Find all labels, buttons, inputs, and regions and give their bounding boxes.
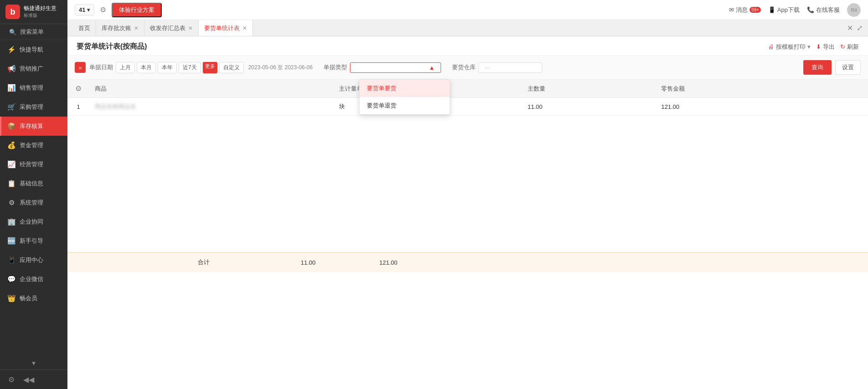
sidebar-item-baseinfo[interactable]: 📋 基础信息: [0, 174, 67, 193]
sidebar-item-label: 快捷导航: [20, 46, 43, 54]
app-name: 畅捷通好生意: [24, 5, 56, 12]
tab-order-stats-label: 要货单统计表: [204, 24, 240, 32]
doc-type-input[interactable]: [354, 64, 427, 71]
footer-label: 合计: [198, 258, 210, 266]
tab-batch-account[interactable]: 库存批次账 ✕: [96, 20, 144, 36]
message-icon: ✉: [729, 6, 734, 13]
sidebar-item-guide[interactable]: 🆕 新手引导: [0, 231, 67, 251]
topbar: 41 ▾ ⚙ 体验行业方案 ✉ 消息 99+ 📱 App下载 📞 在线客服 Ri…: [67, 0, 868, 20]
collapse-icon[interactable]: ◀◀: [23, 374, 35, 385]
sidebar-item-finance[interactable]: 💰 资金管理: [0, 136, 67, 155]
search-label: 搜索菜单: [20, 28, 44, 36]
sidebar-item-member[interactable]: 👑 畅会员: [0, 289, 67, 308]
close-window-btn[interactable]: ✕: [847, 24, 853, 32]
sidebar-item-label: 企业协同: [20, 218, 43, 226]
tab-batch-account-close[interactable]: ✕: [134, 25, 139, 31]
date-filter-group: 单据日期 上月 本月 本年 近7天 更多 自定义 2023-05-06 至 20…: [89, 62, 313, 73]
sidebar-search[interactable]: 🔍 搜索菜单: [0, 24, 67, 40]
tab-order-stats[interactable]: 要货单统计表 ✕: [199, 20, 253, 36]
table-header-row: ⚙ 商品 主计量单位 主数量 零售金额: [67, 80, 868, 98]
sidebar-item-label: 销售管理: [20, 84, 43, 92]
print-btn[interactable]: 🖨 按模板打印 ▾: [768, 43, 811, 51]
window-controls: ✕ ⤢: [847, 24, 863, 32]
message-label: 消息: [736, 6, 748, 14]
prev-month-btn[interactable]: 上月: [116, 62, 135, 73]
filter-expand-btn[interactable]: »: [75, 62, 86, 73]
inventory-icon: 📦: [7, 122, 16, 131]
column-settings-icon[interactable]: ⚙: [75, 85, 82, 92]
sidebar-item-wechat[interactable]: 💬 企业微信: [0, 270, 67, 289]
sidebar-item-quick-nav[interactable]: ⚡ 快捷导航: [0, 40, 67, 59]
filter-settings-btn[interactable]: 设置: [835, 60, 861, 75]
user-avatar[interactable]: Rit: [847, 3, 861, 17]
sidebar-item-appcenter[interactable]: 📱 应用中心: [0, 251, 67, 270]
doc-type-dropdown: 要货单要货 要货单退货: [359, 79, 450, 115]
sidebar-item-label: 营销推广: [20, 65, 43, 73]
page-content: 要货单统计表(按商品) 🖨 按模板打印 ▾ ⬇ 导出 ↻ 刷新: [67, 36, 868, 389]
sidebar-item-system[interactable]: ⚙ 系统管理: [0, 193, 67, 212]
store-selector[interactable]: 41 ▾: [75, 4, 94, 15]
sidebar-item-inventory[interactable]: 📦 库存核算: [0, 117, 67, 136]
download-icon: 📱: [768, 6, 776, 13]
tab-order-stats-close[interactable]: ✕: [242, 25, 247, 31]
export-btn[interactable]: ⬇ 导出: [816, 43, 835, 51]
system-icon: ⚙: [7, 198, 16, 207]
data-table-wrap: ⚙ 商品 主计量单位 主数量 零售金额 1 商品名称商品名: [67, 80, 868, 116]
message-badge: 99+: [750, 7, 761, 13]
this-month-btn[interactable]: 本月: [137, 62, 156, 73]
expand-window-btn[interactable]: ⤢: [857, 24, 863, 32]
warehouse-more-icon[interactable]: ···: [484, 64, 489, 71]
cell-amount: 121.00: [656, 98, 817, 116]
cell-qty: 11.00: [522, 98, 656, 116]
col-header-amount: 零售金额: [656, 80, 817, 98]
col-header-product: 商品: [89, 80, 334, 98]
trial-btn[interactable]: 体验行业方案: [112, 3, 162, 17]
sidebar-item-label: 库存核算: [20, 122, 43, 130]
sidebar-item-label: 应用中心: [20, 256, 43, 264]
dropdown-item-order-return[interactable]: 要货单退货: [360, 97, 450, 114]
message-btn[interactable]: ✉ 消息 99+: [729, 6, 761, 14]
doc-type-select[interactable]: ▲: [350, 62, 441, 73]
sidebar-item-marketing[interactable]: 📢 营销推广: [0, 59, 67, 78]
date-range-buttons: 上月 本月 本年 近7天 更多 自定义: [116, 62, 244, 73]
last-7-days-btn[interactable]: 近7天: [179, 62, 201, 73]
col-header-extra: [817, 80, 868, 98]
online-service-btn[interactable]: 📞 在线客服: [807, 6, 840, 14]
sidebar-scroll-down[interactable]: ▼: [0, 357, 67, 369]
app-download-btn[interactable]: 📱 App下载: [768, 6, 800, 14]
topbar-right: ✉ 消息 99+ 📱 App下载 📞 在线客服 Rit: [729, 3, 861, 17]
query-btn[interactable]: 查询: [803, 60, 832, 75]
footer-qty: 11.00: [301, 259, 316, 266]
refresh-label: 刷新: [847, 43, 859, 51]
sidebar-item-purchase[interactable]: 🛒 采购管理: [0, 97, 67, 117]
finance-icon: 💰: [7, 141, 16, 150]
app-sub: 标准版: [24, 12, 56, 19]
warehouse-input[interactable]: ···: [478, 62, 542, 73]
warehouse-filter: 要货仓库 ···: [452, 62, 542, 73]
page-title: 要货单统计表(按商品): [77, 42, 147, 51]
sidebar-item-enterprise[interactable]: 🏢 企业协同: [0, 212, 67, 231]
tab-collect-report[interactable]: 收发存汇总表 ✕: [144, 20, 199, 36]
topbar-gear-icon[interactable]: ⚙: [100, 5, 106, 14]
custom-date-btn[interactable]: 自定义: [219, 62, 244, 73]
search-icon: 🔍: [9, 29, 16, 36]
this-year-btn[interactable]: 本年: [158, 62, 177, 73]
settings-icon[interactable]: ⚙: [5, 374, 17, 385]
tab-home[interactable]: 首页: [73, 20, 96, 36]
sidebar-logo: b 畅捷通好生意 标准版: [0, 0, 67, 24]
quick-nav-icon: ⚡: [7, 45, 16, 54]
print-label: 按模板打印: [776, 43, 806, 51]
sidebar-item-label: 企业微信: [20, 275, 43, 283]
sidebar-item-sales[interactable]: 📊 销售管理: [0, 78, 67, 97]
more-dates-badge[interactable]: 更多: [203, 62, 217, 73]
appcenter-icon: 📱: [7, 256, 16, 265]
guide-icon: 🆕: [7, 236, 16, 246]
purchase-icon: 🛒: [7, 102, 16, 112]
sidebar-item-operation[interactable]: 📈 经营管理: [0, 155, 67, 174]
doc-type-arrow-icon[interactable]: ▲: [429, 64, 435, 71]
dropdown-item-order-goods[interactable]: 要货单要货: [360, 80, 450, 97]
tab-collect-report-close[interactable]: ✕: [188, 25, 193, 31]
baseinfo-icon: 📋: [7, 179, 16, 188]
refresh-btn[interactable]: ↻ 刷新: [840, 43, 859, 51]
app-download-label: App下载: [777, 6, 800, 14]
